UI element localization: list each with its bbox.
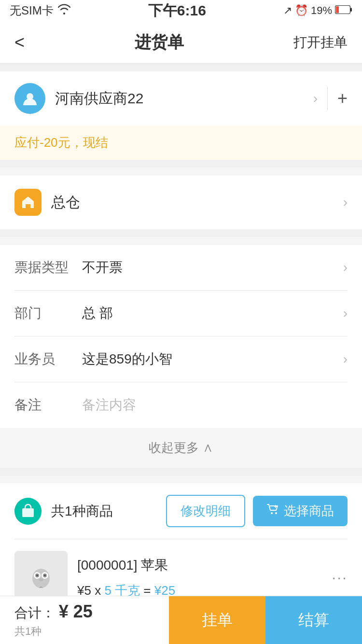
warehouse-section[interactable]: 总仓 ›	[0, 175, 362, 229]
status-left: 无SIM卡	[10, 3, 71, 18]
svg-point-14	[44, 574, 46, 576]
hang-button[interactable]: 挂单	[169, 596, 265, 644]
supplier-divider	[327, 86, 328, 111]
sales-row[interactable]: 业务员 这是859的小智 ›	[0, 336, 362, 382]
product-count-label: 共1种商品	[51, 502, 166, 520]
back-button[interactable]: <	[14, 32, 25, 53]
battery-icon	[335, 4, 352, 17]
section-divider-3	[0, 229, 362, 237]
total-price: ¥25	[154, 583, 175, 598]
svg-rect-5	[22, 508, 34, 517]
section-divider-1	[0, 64, 362, 71]
status-right: ↗ ⏰ 19%	[283, 4, 352, 17]
invoice-row[interactable]: 票据类型 不开票 ›	[0, 245, 362, 290]
remark-input[interactable]: 备注内容	[82, 396, 348, 414]
collapse-label: 收起更多 ∧	[149, 440, 213, 455]
cart-icon	[266, 504, 280, 518]
product-header: 共1种商品 修改明细 选择商品	[0, 483, 362, 539]
select-product-label: 选择商品	[284, 503, 334, 519]
collapse-button[interactable]: 收起更多 ∧	[0, 428, 362, 468]
battery-label: 19%	[311, 4, 332, 17]
product-code: [0000001]	[77, 558, 138, 573]
wifi-icon	[57, 4, 71, 17]
supplier-name: 河南供应商22	[55, 89, 313, 109]
svg-rect-4	[26, 204, 30, 208]
dept-value: 总 部	[82, 304, 343, 322]
bottom-bar: 合计： ¥ 25 共1种 挂单 结算	[0, 596, 362, 644]
checkout-button[interactable]: 结算	[265, 596, 362, 644]
multiply-sign: x	[95, 583, 104, 598]
page-title: 进货单	[135, 31, 184, 54]
svg-rect-1	[350, 8, 352, 12]
remark-row[interactable]: 备注 备注内容	[0, 382, 362, 428]
total-count: 共1种	[14, 624, 154, 639]
warehouse-chevron-icon: ›	[343, 195, 348, 210]
select-product-button[interactable]: 选择商品	[253, 496, 348, 526]
status-time: 下午6:16	[148, 1, 206, 21]
total-row: 合计： ¥ 25	[14, 602, 154, 622]
invoice-chevron-icon: ›	[343, 260, 348, 275]
total-amount: ¥ 25	[59, 602, 93, 621]
invoice-value: 不开票	[82, 258, 343, 277]
open-pending-button[interactable]: 打开挂单	[293, 33, 348, 52]
dept-row[interactable]: 部门 总 部 ›	[0, 291, 362, 336]
notice-bar: 应付-20元，现结	[0, 126, 362, 160]
invoice-label: 票据类型	[14, 258, 82, 277]
total-label: 合计：	[14, 605, 55, 620]
product-info: [0000001] 苹果 ¥5 x 5 千克 = ¥25	[77, 556, 332, 599]
warehouse-icon	[14, 189, 42, 216]
equals-sign: =	[143, 583, 154, 598]
supplier-avatar	[14, 83, 45, 114]
supplier-section: 河南供应商22 › + 应付-20元，现结	[0, 71, 362, 160]
product-title: 苹果	[141, 558, 168, 573]
total-section: 合计： ¥ 25 共1种	[0, 602, 169, 639]
sales-label: 业务员	[14, 350, 82, 368]
more-options-button[interactable]: ···	[332, 569, 348, 587]
sales-value: 这是859的小智	[82, 350, 343, 368]
section-divider-2	[0, 160, 362, 168]
dept-label: 部门	[14, 304, 82, 322]
svg-rect-2	[336, 6, 339, 13]
sales-chevron-icon: ›	[343, 351, 348, 367]
svg-point-13	[36, 574, 38, 576]
svg-point-15	[39, 578, 43, 581]
product-name: [0000001] 苹果	[77, 556, 332, 574]
svg-point-7	[275, 512, 277, 514]
remark-label: 备注	[14, 396, 82, 414]
unit-label: 千克	[115, 583, 140, 598]
form-section: 票据类型 不开票 › 部门 总 部 › 业务员 这是859的小智 › 备注 备注…	[0, 245, 362, 428]
dept-chevron-icon: ›	[343, 306, 348, 321]
warehouse-name: 总仓	[51, 193, 343, 212]
edit-detail-button[interactable]: 修改明细	[166, 495, 245, 527]
status-bar: 无SIM卡 下午6:16 ↗ ⏰ 19%	[0, 0, 362, 21]
supplier-chevron-icon: ›	[313, 91, 318, 106]
qty-value: 5	[104, 583, 111, 598]
carrier-label: 无SIM卡	[10, 3, 54, 18]
supplier-row[interactable]: 河南供应商22 › +	[0, 71, 362, 126]
product-section-icon	[14, 498, 42, 525]
svg-point-6	[271, 512, 273, 514]
location-icon: ↗	[283, 4, 292, 17]
unit-price: ¥5	[77, 583, 91, 598]
warehouse-row[interactable]: 总仓 ›	[0, 175, 362, 229]
section-divider-4	[0, 468, 362, 476]
notice-text: 应付-20元，现结	[14, 135, 108, 150]
alarm-icon: ⏰	[295, 4, 308, 17]
add-button[interactable]: +	[337, 88, 348, 109]
nav-bar: < 进货单 打开挂单	[0, 21, 362, 64]
